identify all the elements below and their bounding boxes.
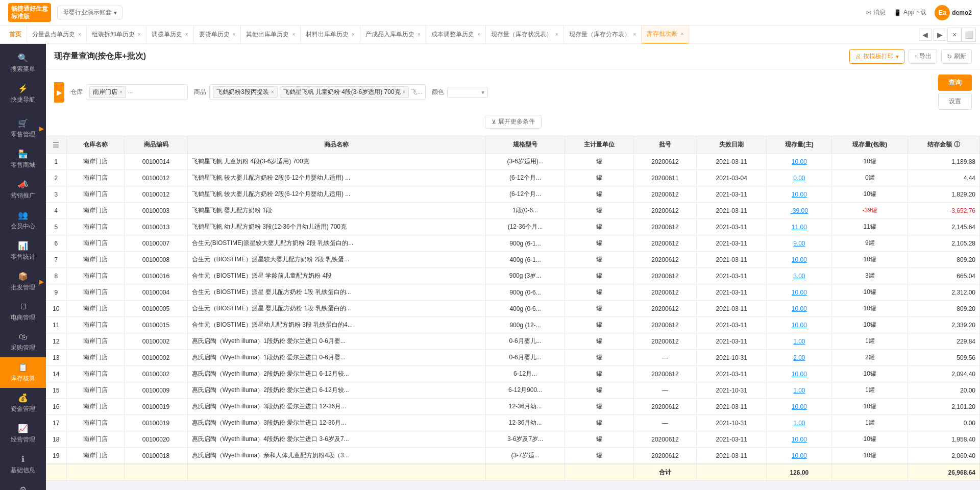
tab-yaoHuo[interactable]: 要货单历史 ×	[194, 26, 241, 44]
warehouse-tag-nanan[interactable]: 南岸门店 ×	[89, 86, 126, 98]
refresh-btn[interactable]: ↻ 刷新	[941, 49, 972, 64]
tab-close-xiancunFenBu[interactable]: ×	[633, 32, 636, 37]
sidebar-item-purchase[interactable]: 🛍 采购管理	[0, 327, 46, 357]
product-tag-2[interactable]: 飞鹤星飞帆 儿童奶粉 4段(3-6岁适用) 700克 ×	[280, 86, 409, 98]
tab-close-yaoHuo[interactable]: ×	[233, 32, 236, 37]
product-tag-2-remove[interactable]: ×	[403, 89, 406, 95]
tab-prev-btn[interactable]: ◀	[919, 29, 932, 41]
tab-cailiaoChuku[interactable]: 材料出库单历史 ×	[301, 26, 360, 44]
cell-qty-main[interactable]: 11.00	[767, 219, 832, 235]
cell-qty-main[interactable]: 1.00	[767, 415, 832, 431]
cell-qty-main[interactable]: 10.00	[767, 284, 832, 301]
expand-conditions-btn[interactable]: ⊻ 展开更多条件	[485, 115, 542, 129]
sidebar-item-inventory[interactable]: 📋 库存核算	[0, 357, 46, 388]
table-container: ☰ 仓库名称 商品编码 商品名称 规格型号 主计量单位 批号 失效日期 现存量(…	[46, 136, 980, 481]
cell-qty-main[interactable]: 10.00	[767, 366, 832, 382]
color-filter-select[interactable]: ▾	[447, 87, 488, 98]
user-area[interactable]: Ea demo2	[935, 5, 972, 20]
cell-spec: 3-6岁及7岁...	[486, 431, 565, 448]
sidebar-item-system[interactable]: ⚙ 系统管理	[0, 480, 46, 490]
cell-qty-main[interactable]: 1.00	[767, 382, 832, 399]
sidebar-item-ecommerce[interactable]: 🖥 电商管理	[0, 297, 46, 327]
tab-close-diaoBo[interactable]: ×	[185, 32, 188, 37]
cell-qty-main[interactable]: 1.00	[767, 333, 832, 350]
table-row: 2 南岸门店 00100012 飞鹤星飞帆 较大婴儿配方奶粉 2段(6-12个月…	[46, 170, 980, 186]
tab-kucunPiCi[interactable]: 库存批次账 ×	[642, 26, 689, 44]
cell-qty-main[interactable]: 10.00	[767, 448, 832, 464]
app-download-btn[interactable]: 📱 App下载	[894, 8, 926, 17]
product-tag-1[interactable]: 飞鹤奶粉3段丙提装 ×	[213, 86, 278, 98]
sidebar-item-finance[interactable]: 💰 资金管理	[0, 388, 46, 419]
export-btn[interactable]: ↑ 导出	[909, 49, 937, 64]
cell-amount: 20.00	[908, 382, 980, 399]
cell-amount: 1,958.40	[908, 431, 980, 448]
col-settings[interactable]: ☰	[46, 136, 66, 154]
tab-maximize-btn[interactable]: ⬜	[962, 28, 976, 42]
sidebar-item-operations[interactable]: 📈 经营管理	[0, 419, 46, 449]
tab-chengBenTiaoZheng[interactable]: 成本调整单历史 ×	[426, 26, 486, 44]
sidebar-item-retail-stats[interactable]: 📊 零售统计	[0, 236, 46, 266]
cell-expire: 2021-10-31	[697, 415, 767, 431]
cell-qty-main[interactable]: 0.00	[767, 170, 832, 186]
tab-fenpan[interactable]: 分量盘点单历史 ×	[27, 26, 87, 44]
sidebar-item-basic-info[interactable]: ℹ 基础信息	[0, 449, 46, 480]
cell-qty-main[interactable]: 10.00	[767, 252, 832, 268]
tab-close-all-btn[interactable]: ×	[947, 28, 962, 42]
cell-qty-main[interactable]: 9.00	[767, 235, 832, 252]
warehouse-tag-remove[interactable]: ×	[119, 89, 122, 95]
sidebar-item-quicknav[interactable]: ⚡ 快捷导航	[0, 79, 46, 109]
warehouse-more[interactable]: ···	[128, 89, 133, 96]
tab-xiancunKuZhuang[interactable]: 现存量（库存状况表）×	[486, 26, 564, 44]
table-row: 18 南岸门店 00100020 惠氏启陶（Wyeth illuma）4段奶粉 …	[46, 431, 980, 448]
cell-qty-main[interactable]: 3.00	[767, 268, 832, 284]
cell-amount: 2,312.00	[908, 284, 980, 301]
template-print-btn[interactable]: 🖨 按模板打印 ▾	[849, 49, 904, 64]
product-more[interactable]: 飞...	[411, 88, 422, 96]
cell-qty-main[interactable]: 10.00	[767, 431, 832, 448]
filter-expand-btn[interactable]: ▶	[54, 82, 64, 103]
tab-close-xiancunKuZhuang[interactable]: ×	[555, 32, 558, 37]
cell-qty-main[interactable]: 10.00	[767, 399, 832, 415]
cell-qty-main[interactable]: 2.00	[767, 350, 832, 366]
tab-qitaChuku[interactable]: 其他出库单历史 ×	[241, 26, 301, 44]
warehouse-tag-group[interactable]: 南岸门店 × ···	[86, 84, 188, 100]
sidebar-item-wholesale[interactable]: 📦 批发管理 ▶	[0, 266, 46, 297]
cell-qty-main[interactable]: 10.00	[767, 301, 832, 317]
tab-xiancunFenBu[interactable]: 现存量（库存分布表）×	[564, 26, 642, 44]
cell-batch: 20200612	[633, 186, 696, 203]
sidebar-item-marketing[interactable]: 📣 营销推广	[0, 175, 46, 205]
tab-close-zuzhuang[interactable]: ×	[138, 32, 141, 37]
cell-warehouse: 南岸门店	[66, 382, 125, 399]
query-btn[interactable]: 查询	[938, 75, 972, 91]
cell-qty-main[interactable]: -39.00	[767, 203, 832, 219]
cell-qty-main[interactable]: 10.00	[767, 154, 832, 170]
tab-chanChengPinRuku[interactable]: 产成品入库单历史 ×	[360, 26, 426, 44]
product-tag-1-remove[interactable]: ×	[271, 89, 274, 95]
table-row: 16 南岸门店 00100019 惠氏启陶（Wyeth illuma）3段奶粉 …	[46, 399, 980, 415]
sidebar-item-search[interactable]: 🔍 搜索菜单	[0, 48, 46, 79]
tab-home[interactable]: 首页	[4, 26, 27, 44]
settings-btn[interactable]: 设置	[938, 93, 972, 110]
tab-diaoBo[interactable]: 调拨单历史 ×	[146, 26, 194, 44]
message-btn[interactable]: ✉ 消息	[866, 8, 886, 17]
cell-qty-main[interactable]: 10.00	[767, 317, 832, 333]
tab-close-chanChengPinRuku[interactable]: ×	[418, 32, 421, 37]
tab-zuzhuang[interactable]: 组装拆卸单历史 ×	[87, 26, 146, 44]
tab-close-chengBenTiaoZheng[interactable]: ×	[477, 32, 480, 37]
tab-close-cailiaoChuku[interactable]: ×	[352, 32, 355, 37]
sidebar-item-retail-mgmt[interactable]: 🛒 零售管理 ▶	[0, 113, 46, 144]
tab-close-qitaChuku[interactable]: ×	[292, 32, 295, 37]
tab-next-btn[interactable]: ▶	[934, 29, 946, 41]
col-amount: 结存金额 ⓘ	[908, 136, 980, 154]
sidebar-item-retail-mall[interactable]: 🏪 零售商城	[0, 144, 46, 175]
product-tag-group[interactable]: 飞鹤奶粉3段丙提装 × 飞鹤星飞帆 儿童奶粉 4段(3-6岁适用) 700克 ×…	[209, 84, 426, 100]
table-settings-icon[interactable]: ☰	[53, 141, 59, 149]
footer-empty-6	[565, 464, 633, 481]
store-select[interactable]: 母婴行业演示账套 ▾	[57, 6, 122, 19]
tab-close-kucunPiCi[interactable]: ×	[680, 31, 683, 37]
cell-qty-pkg: 10罐	[832, 301, 908, 317]
tab-close-fenpan[interactable]: ×	[78, 32, 81, 37]
sidebar-item-members[interactable]: 👥 会员中心	[0, 205, 46, 236]
cell-unit: 罐	[565, 448, 633, 464]
cell-qty-main[interactable]: 10.00	[767, 186, 832, 203]
